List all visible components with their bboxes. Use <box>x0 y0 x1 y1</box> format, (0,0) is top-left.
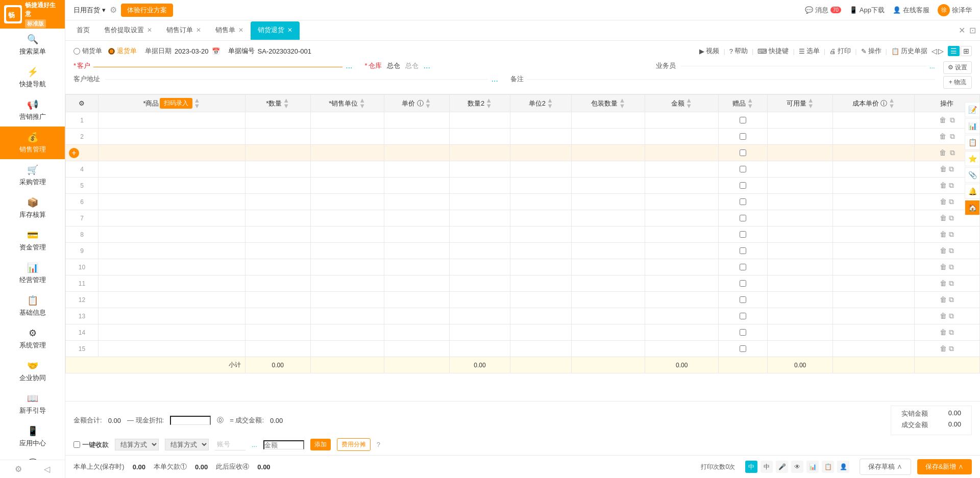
tool-icon-4[interactable]: 👁 <box>791 461 803 473</box>
gift-check-12[interactable] <box>740 296 746 303</box>
price-cell-3[interactable] <box>384 145 449 161</box>
operation-action[interactable]: ✎ 操作 <box>861 46 881 56</box>
table-settings-icon[interactable]: ⚙ <box>79 99 85 107</box>
delete-row-11[interactable]: 🗑 <box>940 279 947 287</box>
unit2-cell-1[interactable] <box>510 112 572 129</box>
available-cell-3[interactable] <box>768 145 833 161</box>
tab-sales-close[interactable]: ✕ <box>238 27 243 34</box>
copy-row-11[interactable]: ⧉ <box>949 279 954 287</box>
copy-row-12[interactable]: ⧉ <box>949 295 954 304</box>
radio-sale-input[interactable] <box>74 48 80 55</box>
product-cell-2[interactable] <box>98 129 245 145</box>
delete-row-10[interactable]: 🗑 <box>940 263 947 271</box>
gift-check-13[interactable] <box>740 313 746 319</box>
qty2-cell-3[interactable] <box>449 145 510 161</box>
tool-icon-7[interactable]: 👤 <box>837 461 849 473</box>
available-cell-2[interactable] <box>768 129 833 145</box>
tool-icon-5[interactable]: 📊 <box>806 461 819 473</box>
copy-row-15[interactable]: ⧉ <box>949 344 954 353</box>
gift-cell-1[interactable] <box>719 112 768 129</box>
right-icon-bell[interactable]: 🔔 <box>965 184 980 199</box>
right-icon-star[interactable]: ⭐ <box>965 151 980 166</box>
copy-row-4[interactable]: ⧉ <box>949 165 954 173</box>
list-view-icon[interactable]: ☰ <box>948 46 960 56</box>
expense-split-btn[interactable]: 费用分摊 <box>337 438 371 451</box>
delete-row-13[interactable]: 🗑 <box>940 312 947 320</box>
amount-cell-3[interactable] <box>645 145 719 161</box>
available-cell-1[interactable] <box>768 112 833 129</box>
gift-check-7[interactable] <box>740 215 746 221</box>
sidebar-settings-btn[interactable]: ⚙ <box>15 464 22 474</box>
staff-placeholder[interactable] <box>681 66 926 66</box>
radio-return-input[interactable] <box>108 48 115 55</box>
customer-input[interactable] <box>93 65 342 67</box>
one-click-pay-check[interactable]: 一键收款 <box>74 440 109 449</box>
delete-row-5[interactable]: 🗑 <box>940 181 947 189</box>
calendar-icon[interactable]: 📅 <box>212 47 220 55</box>
sidebar-item-sales[interactable]: 💰 销售管理 <box>0 127 65 159</box>
gift-check-6[interactable] <box>740 198 746 205</box>
grid-view-icon[interactable]: ⊞ <box>961 46 972 56</box>
print-action[interactable]: 🖨 打印 <box>829 46 851 56</box>
sidebar-item-inventory[interactable]: 📦 库存核算 <box>0 192 65 224</box>
qty2-cell-1[interactable] <box>449 112 510 129</box>
add-payment-btn[interactable]: 添加 <box>310 439 331 450</box>
unit-cell-2[interactable] <box>310 129 384 145</box>
save-new-btn[interactable]: 保存&新增 ∧ <box>917 459 972 474</box>
unit-cell-3[interactable] <box>310 145 384 161</box>
right-icon-list[interactable]: 📋 <box>965 135 980 150</box>
cost-cell-3[interactable] <box>833 145 915 161</box>
delete-row-2[interactable]: 🗑 <box>939 132 946 140</box>
qty2-cell-2[interactable] <box>449 129 510 145</box>
copy-row-2[interactable]: ⧉ <box>950 132 955 140</box>
header-settings-icon[interactable]: ⚙ <box>110 5 117 15</box>
user-item[interactable]: 徐 徐泽华 <box>938 4 972 16</box>
radio-sale[interactable]: 销货单 <box>74 46 102 56</box>
gift-check-10[interactable] <box>740 264 746 270</box>
scan-input-btn[interactable]: 扫码录入 <box>160 98 192 109</box>
tool-icon-1[interactable]: 中 <box>745 461 757 473</box>
sidebar-item-cooperation[interactable]: 🤝 企业协同 <box>0 355 65 388</box>
history-action[interactable]: 📋 历史单据 <box>891 46 927 56</box>
tab-home[interactable]: 首页 <box>69 21 97 40</box>
gift-check-9[interactable] <box>740 247 746 254</box>
delete-row-9[interactable]: 🗑 <box>940 246 947 255</box>
video-action[interactable]: ▶ 视频 <box>699 46 719 56</box>
sidebar-item-search[interactable]: 🔍 搜索菜单 <box>0 29 65 61</box>
menu-action[interactable]: ☰ 选单 <box>799 46 820 56</box>
save-draft-btn[interactable]: 保存草稿 ∧ <box>860 459 911 475</box>
discount-input[interactable] <box>170 416 211 425</box>
delete-row-15[interactable]: 🗑 <box>940 344 947 353</box>
addr-placeholder[interactable] <box>105 79 488 80</box>
delete-row-3[interactable]: 🗑 <box>939 148 946 157</box>
tab-sales-order-close[interactable]: ✕ <box>196 27 201 34</box>
maximize-icon[interactable]: ⊡ <box>969 26 976 35</box>
gift-check-8[interactable] <box>740 231 746 238</box>
sidebar-item-basics[interactable]: 📋 基础信息 <box>0 290 65 322</box>
note-input[interactable] <box>527 79 935 80</box>
addr-select-icon[interactable]: ... <box>491 74 498 84</box>
copy-row-14[interactable]: ⧉ <box>949 328 954 336</box>
online-service-item[interactable]: 👤 在线客服 <box>893 6 929 15</box>
right-icon-link[interactable]: 📎 <box>965 167 980 183</box>
gift-check-3[interactable] <box>740 149 746 156</box>
sidebar-item-system[interactable]: ⚙ 系统管理 <box>0 322 65 355</box>
product-input-3[interactable] <box>102 149 242 157</box>
delete-row-1[interactable]: 🗑 <box>939 116 946 124</box>
sidebar-item-wechat[interactable]: 💬 企业微信 <box>0 453 65 460</box>
copy-row-1[interactable]: ⧉ <box>950 116 955 124</box>
copy-row-10[interactable]: ⧉ <box>949 263 954 271</box>
delete-row-12[interactable]: 🗑 <box>940 295 947 304</box>
gift-cell-2[interactable] <box>719 129 768 145</box>
copy-row-3[interactable]: ⧉ <box>950 148 955 157</box>
copy-row-8[interactable]: ⧉ <box>949 230 954 238</box>
tool-icon-3[interactable]: 🎤 <box>776 461 788 473</box>
settings-btn[interactable]: ⚙ 设置 <box>943 61 972 74</box>
delete-row-8[interactable]: 🗑 <box>940 230 947 238</box>
gift-cell-3[interactable] <box>719 145 768 161</box>
close-tab-icon[interactable]: ✕ <box>959 26 965 35</box>
delete-row-7[interactable]: 🗑 <box>940 214 947 222</box>
gift-check-15[interactable] <box>740 345 746 352</box>
radio-return[interactable]: 退货单 <box>108 46 137 56</box>
payment-amount-input[interactable] <box>263 440 304 449</box>
